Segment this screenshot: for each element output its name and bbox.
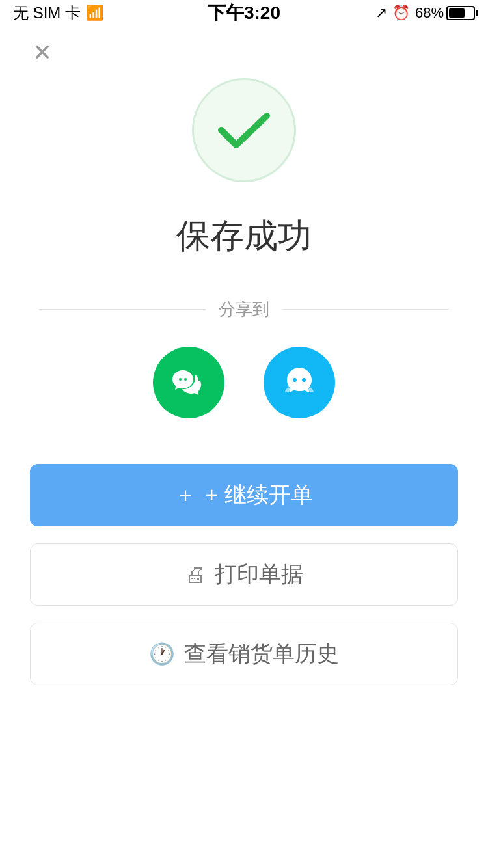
checkmark-icon <box>218 111 270 150</box>
continue-order-button[interactable]: ＋ + 继续开单 <box>30 464 458 526</box>
status-right: ↗ ⏰ 68% <box>375 5 475 21</box>
success-circle <box>192 78 296 182</box>
wechat-icon <box>169 362 209 403</box>
continue-order-label: + 继续开单 <box>205 480 312 510</box>
history-label: 查看销货单历史 <box>184 639 339 669</box>
action-buttons: ＋ + 继续开单 🖨 打印单据 🕐 查看销货单历史 <box>0 464 488 685</box>
divider-right <box>282 309 449 310</box>
carrier-wifi: 无 SIM 卡 📶 <box>13 3 103 23</box>
qq-icon <box>279 362 319 403</box>
share-icons-row <box>153 347 335 418</box>
clock-icon: 🕐 <box>149 642 175 666</box>
location-icon: ↗ <box>375 5 387 21</box>
close-icon: ✕ <box>33 41 52 64</box>
time-display: 下午3:20 <box>208 1 280 25</box>
print-label: 打印单据 <box>215 560 303 590</box>
alarm-icon: ⏰ <box>392 5 410 21</box>
wechat-share-button[interactable] <box>153 347 224 418</box>
battery-fill <box>449 8 465 18</box>
print-button[interactable]: 🖨 打印单据 <box>30 543 458 606</box>
battery-text: 68% <box>415 5 444 21</box>
success-title: 保存成功 <box>176 213 312 259</box>
qq-share-button[interactable] <box>264 347 335 418</box>
divider-text: 分享到 <box>206 298 282 321</box>
close-button[interactable]: ✕ <box>26 36 59 69</box>
battery: 68% <box>415 5 475 21</box>
wifi-icon: 📶 <box>86 5 103 21</box>
history-button[interactable]: 🕐 查看销货单历史 <box>30 623 458 685</box>
printer-icon: 🖨 <box>185 563 206 587</box>
carrier-text: 无 SIM 卡 <box>13 3 81 23</box>
divider-left <box>39 309 206 310</box>
plus-icon: ＋ <box>175 481 196 509</box>
status-bar: 无 SIM 卡 📶 下午3:20 ↗ ⏰ 68% <box>0 0 488 26</box>
share-divider-section: 分享到 <box>0 298 488 321</box>
main-content: 保存成功 分享到 ＋ + 继续开单 <box>0 26 488 685</box>
battery-icon <box>446 6 475 20</box>
